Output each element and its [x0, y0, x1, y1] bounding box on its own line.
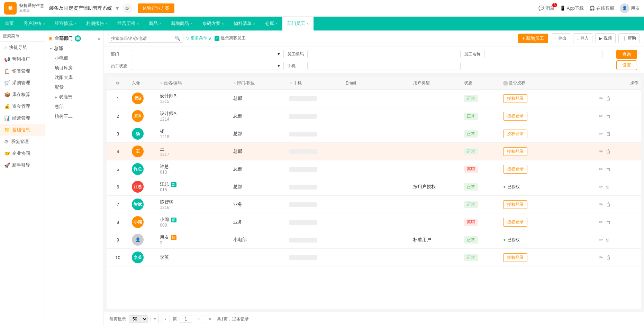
close-icon[interactable]: × — [137, 21, 139, 26]
close-icon[interactable]: × — [222, 21, 224, 26]
sidebar-item-purchase[interactable]: 🛒 采购管理 — [0, 77, 45, 89]
edit-dept-button[interactable]: 编 — [75, 35, 81, 42]
sidebar-item-shortcut[interactable]: ⌂ 快捷导航 — [0, 42, 45, 53]
dept-item-peihuo[interactable]: 配货 — [45, 82, 103, 92]
edit-icon[interactable]: ✏ — [599, 113, 603, 119]
auth-button[interactable]: 授权登录 — [503, 94, 527, 103]
close-icon[interactable]: × — [253, 21, 255, 26]
delete-icon[interactable]: 🗑 — [606, 166, 611, 172]
next-page-button[interactable]: › — [195, 315, 203, 323]
empname-filter-input[interactable] — [484, 50, 602, 58]
close-icon[interactable]: × — [307, 21, 309, 26]
help-button[interactable]: ｜ 帮助 — [618, 33, 640, 43]
online-service-button[interactable]: 🎧 在线客服 — [589, 5, 614, 11]
sidebar-search-input[interactable] — [3, 34, 45, 38]
dept-item-shenyang[interactable]: 沈阳大库 — [45, 73, 103, 82]
sidebar-item-collab[interactable]: 🤝 企业协同 — [0, 148, 45, 159]
close-icon[interactable]: × — [106, 21, 108, 26]
tab-bom[interactable]: 物料清单 × — [229, 17, 260, 30]
set-button[interactable]: 设置 — [616, 60, 637, 70]
empcode-filter-input[interactable] — [307, 50, 460, 58]
auth-button[interactable]: 授权登录 — [503, 200, 527, 209]
copy-icon[interactable]: ⎘ — [606, 237, 609, 243]
dept-group-zongbu[interactable]: ▼ 总部 — [45, 44, 103, 53]
edit-icon[interactable]: ✏ — [599, 202, 603, 207]
tab-customer[interactable]: 客户联络 × — [19, 17, 50, 30]
sidebar-item-sales[interactable]: 📋 销售管理 — [0, 65, 45, 77]
edit-icon[interactable]: ✏ — [599, 255, 603, 260]
tab-department-staff[interactable]: 部门员工 × — [282, 17, 314, 30]
dept-item-xiangmu[interactable]: 项目库房 — [45, 63, 103, 73]
edit-icon[interactable]: ✏ — [599, 96, 603, 101]
tab-home[interactable]: 首页 — [0, 17, 19, 30]
dept-item-zhishu[interactable]: 植树王二 — [45, 112, 103, 121]
auth-button[interactable]: 授权登录 — [503, 165, 527, 174]
more-conditions-button[interactable]: ▽ 更多条件 ∧ — [186, 35, 212, 41]
sidebar-item-finance[interactable]: 💰 资金管理 — [0, 100, 45, 112]
page-size-select[interactable]: 50 100 200 — [129, 315, 148, 323]
settings-button[interactable]: ⚙ — [123, 3, 132, 13]
status-select[interactable]: ▼ — [131, 62, 284, 70]
auth-button[interactable]: 授权登录 — [503, 130, 527, 138]
gear-icon[interactable]: ⚙ — [116, 81, 120, 86]
close-icon[interactable]: × — [275, 21, 278, 26]
tab-add-goods[interactable]: 新增商品 × — [166, 17, 197, 30]
dropdown-arrow-icon[interactable]: ▼ — [115, 6, 120, 11]
tab-barcode[interactable]: 条码方案 × — [198, 17, 229, 30]
dept-item-xiaodian[interactable]: 小电部 — [45, 53, 103, 63]
query-button[interactable]: 查询 — [616, 50, 637, 59]
auth-button[interactable]: 授权登录 — [503, 218, 527, 227]
dept-item-zongbu2[interactable]: 总部 — [45, 102, 103, 112]
show-resign-checkbox[interactable] — [215, 36, 219, 41]
prev-page-button[interactable]: ‹ — [162, 315, 170, 323]
app-download-button[interactable]: 📱 App下载 — [560, 5, 584, 11]
auth-button[interactable]: 授权登录 — [503, 147, 527, 156]
import-button[interactable]: ↓ 导入 — [573, 33, 592, 43]
delete-icon[interactable]: 🗑 — [606, 113, 611, 119]
phone-filter-input[interactable] — [307, 62, 460, 70]
auth-button[interactable]: 授权登录 — [503, 253, 527, 262]
add-employee-button[interactable]: + 新增员工 — [518, 34, 548, 43]
first-page-button[interactable]: « — [151, 315, 159, 323]
dept-item-shuanglu[interactable]: ▶双鹿想 — [45, 92, 103, 102]
edit-icon[interactable]: ✏ — [599, 131, 603, 136]
tab-profit[interactable]: 利润报告 × — [81, 17, 112, 30]
edit-icon[interactable]: ✏ — [599, 237, 603, 243]
view-button[interactable]: ▶ 视频 — [595, 33, 616, 43]
delete-icon[interactable]: 🗑 — [606, 202, 611, 207]
trial-button[interactable]: 体验行业方案 — [138, 3, 174, 13]
edit-icon[interactable]: ✏ — [599, 166, 603, 172]
tab-warehouse[interactable]: 仓库 × — [260, 17, 282, 30]
tab-history[interactable]: 经营历程 × — [112, 17, 144, 30]
copy-icon[interactable]: ⎘ — [606, 184, 609, 190]
delete-icon[interactable]: 🗑 — [606, 255, 611, 260]
delete-icon[interactable]: 🗑 — [606, 149, 611, 154]
export-button[interactable]: ↑ 导出 — [551, 33, 570, 43]
close-icon[interactable]: × — [74, 21, 76, 26]
delete-icon[interactable]: 🗑 — [606, 96, 611, 101]
page-number-input[interactable] — [180, 316, 192, 323]
close-icon[interactable]: × — [190, 21, 192, 26]
edit-icon[interactable]: ✏ — [599, 219, 603, 225]
auth-button[interactable]: 授权登录 — [503, 112, 527, 121]
message-button[interactable]: 💬 消息 6 — [538, 5, 554, 11]
close-icon[interactable]: × — [159, 21, 161, 26]
sidebar-item-business[interactable]: 📊 经营管理 — [0, 112, 45, 124]
sidebar-item-system[interactable]: ⚙ 系统管理 — [0, 136, 45, 148]
info-icon[interactable]: i — [503, 81, 508, 86]
delete-icon[interactable]: 🗑 — [606, 219, 611, 225]
close-icon[interactable]: × — [43, 21, 45, 26]
sidebar-item-inventory[interactable]: 📦 库存核算 — [0, 89, 45, 100]
collapse-dept-button[interactable]: « — [98, 36, 100, 41]
user-info-button[interactable]: 👤 用友 — [620, 3, 640, 13]
tab-goods[interactable]: 商品 × — [144, 17, 166, 30]
tab-operation[interactable]: 经营情况 × — [50, 17, 81, 30]
search-input[interactable] — [111, 36, 173, 41]
dept-select[interactable]: ▼ — [131, 50, 284, 58]
sidebar-item-basic[interactable]: 📁 基础信息 — [0, 124, 45, 136]
sidebar-item-marketing[interactable]: 📢 营销推广 — [0, 53, 45, 65]
sidebar-item-guide[interactable]: 🚀 新手引导 — [0, 159, 45, 171]
delete-icon[interactable]: 🗑 — [606, 131, 611, 136]
last-page-button[interactable]: » — [206, 315, 214, 323]
edit-icon[interactable]: ✏ — [599, 149, 603, 154]
